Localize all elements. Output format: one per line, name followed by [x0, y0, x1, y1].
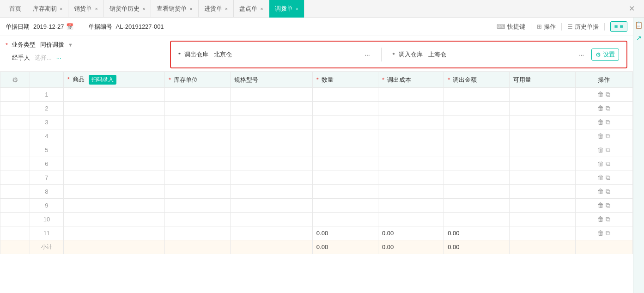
scan-button[interactable]: 扫码录入 — [89, 75, 116, 85]
copy-icon[interactable]: ⧉ — [606, 132, 610, 140]
copy-icon[interactable]: ⧉ — [606, 104, 610, 112]
col-header-settings[interactable]: ⚙ — [0, 72, 30, 88]
row-unit-cell[interactable] — [164, 213, 230, 226]
row-unit-cell[interactable] — [164, 88, 230, 102]
setting-button[interactable]: ≡ ≡ — [610, 21, 627, 32]
row-product-cell[interactable] — [63, 129, 164, 143]
row-cost-cell[interactable] — [378, 185, 444, 199]
delete-icon[interactable]: 🗑 — [597, 229, 604, 237]
tab-purchase-close[interactable]: × — [225, 6, 228, 12]
row-spec-cell[interactable] — [231, 143, 313, 157]
row-product-cell[interactable] — [63, 213, 164, 226]
row-qty-cell[interactable] — [312, 129, 378, 143]
tab-view-sales-close[interactable]: × — [189, 6, 192, 12]
row-cost-cell[interactable] — [378, 102, 444, 116]
delete-icon[interactable]: 🗑 — [597, 174, 604, 182]
row-unit-cell[interactable] — [164, 199, 230, 213]
row-qty-cell[interactable] — [312, 157, 378, 171]
row-product-cell[interactable] — [63, 157, 164, 171]
row-product-cell[interactable] — [63, 116, 164, 129]
row-cost-cell[interactable] — [378, 199, 444, 213]
row-amount-cell[interactable] — [444, 102, 510, 116]
handler-more[interactable]: ··· — [56, 55, 61, 61]
delete-icon[interactable]: 🗑 — [597, 118, 604, 126]
tab-transfer-close[interactable]: × — [296, 6, 298, 12]
delete-icon[interactable]: 🗑 — [597, 188, 604, 195]
tab-home[interactable]: 首页 — [4, 0, 27, 18]
row-qty-cell[interactable] — [312, 213, 378, 226]
row-amount-cell[interactable] — [444, 199, 510, 213]
tab-transfer[interactable]: 调拨单 × — [269, 0, 304, 18]
row-cost-cell[interactable] — [378, 171, 444, 185]
row-cost-cell[interactable] — [378, 213, 444, 226]
row-qty-cell[interactable] — [312, 185, 378, 199]
tab-inventory-init-close[interactable]: × — [60, 6, 62, 12]
table-settings-gear-icon[interactable]: ⚙ — [12, 76, 18, 84]
row-product-cell[interactable] — [63, 88, 164, 102]
copy-icon[interactable]: ⧉ — [606, 229, 610, 237]
delete-icon[interactable]: 🗑 — [597, 104, 604, 112]
sidebar-export-icon[interactable]: ↗ — [636, 34, 642, 42]
delete-icon[interactable]: 🗑 — [597, 132, 604, 140]
row-amount-cell[interactable] — [444, 213, 510, 226]
row-unit-cell[interactable] — [164, 102, 230, 116]
row-spec-cell[interactable] — [231, 102, 313, 116]
row-unit-cell[interactable] — [164, 143, 230, 157]
tab-sales-order-close[interactable]: × — [95, 6, 97, 12]
row-spec-cell[interactable] — [231, 88, 313, 102]
row-qty-cell[interactable] — [312, 199, 378, 213]
row-amount-cell[interactable] — [444, 129, 510, 143]
row-amount-cell[interactable] — [444, 185, 510, 199]
row-unit-cell[interactable] — [164, 185, 230, 199]
delete-icon[interactable]: 🗑 — [597, 160, 604, 168]
tab-sales-history[interactable]: 销货单历史 × — [104, 0, 151, 18]
delete-icon[interactable]: 🗑 — [597, 91, 604, 98]
tab-sales-history-close[interactable]: × — [142, 6, 145, 12]
row-amount-cell[interactable] — [444, 143, 510, 157]
tab-view-sales[interactable]: 查看销货单 × — [151, 0, 198, 18]
row-qty-cell[interactable] — [312, 102, 378, 116]
row-qty-cell[interactable] — [312, 88, 378, 102]
row-unit-cell[interactable] — [164, 157, 230, 171]
sidebar-doc-icon[interactable]: 📋 — [635, 21, 643, 29]
tab-inventory-init[interactable]: 库存期初 × — [27, 0, 68, 18]
row-unit-cell[interactable] — [164, 171, 230, 185]
row-product-cell[interactable] — [63, 102, 164, 116]
row-qty-cell[interactable] — [312, 171, 378, 185]
window-close-button[interactable]: ✕ — [623, 4, 640, 13]
row-amount-cell[interactable] — [444, 171, 510, 185]
row-spec-cell[interactable] — [231, 213, 313, 226]
row-cost-cell[interactable] — [378, 88, 444, 102]
row-qty-cell[interactable] — [312, 143, 378, 157]
row-product-cell[interactable] — [63, 143, 164, 157]
row-cost-cell[interactable] — [378, 143, 444, 157]
row-spec-cell[interactable] — [231, 171, 313, 185]
transfer-out-more[interactable]: ··· — [365, 51, 370, 58]
delete-icon[interactable]: 🗑 — [597, 146, 604, 154]
warehouse-setting-button[interactable]: ⚙ 设置 — [591, 49, 619, 61]
copy-icon[interactable]: ⧉ — [606, 174, 610, 182]
copy-icon[interactable]: ⧉ — [606, 160, 610, 168]
tab-stocktake[interactable]: 盘点单 × — [234, 0, 269, 18]
operations-button[interactable]: ⊞ 操作 — [537, 23, 556, 31]
shortcuts-button[interactable]: ⌨ 快捷键 — [497, 23, 525, 31]
row-spec-cell[interactable] — [231, 157, 313, 171]
row-product-cell[interactable] — [63, 199, 164, 213]
copy-icon[interactable]: ⧉ — [606, 188, 610, 195]
row-cost-cell[interactable] — [378, 157, 444, 171]
delete-icon[interactable]: 🗑 — [597, 201, 604, 209]
copy-icon[interactable]: ⧉ — [606, 118, 610, 126]
calendar-icon[interactable]: 📅 — [66, 23, 73, 30]
row-spec-cell[interactable] — [231, 199, 313, 213]
row-cost-cell[interactable] — [378, 116, 444, 129]
history-button[interactable]: ☰ 历史单据 — [567, 23, 599, 31]
tab-purchase[interactable]: 进货单 × — [199, 0, 234, 18]
row-product-cell[interactable] — [63, 185, 164, 199]
delete-icon[interactable]: 🗑 — [597, 215, 604, 223]
copy-icon[interactable]: ⧉ — [606, 201, 610, 209]
handler-placeholder[interactable]: 选择... — [35, 54, 52, 62]
copy-icon[interactable]: ⧉ — [606, 91, 610, 98]
row-spec-cell[interactable] — [231, 116, 313, 129]
copy-icon[interactable]: ⧉ — [606, 146, 610, 154]
row-amount-cell[interactable] — [444, 88, 510, 102]
